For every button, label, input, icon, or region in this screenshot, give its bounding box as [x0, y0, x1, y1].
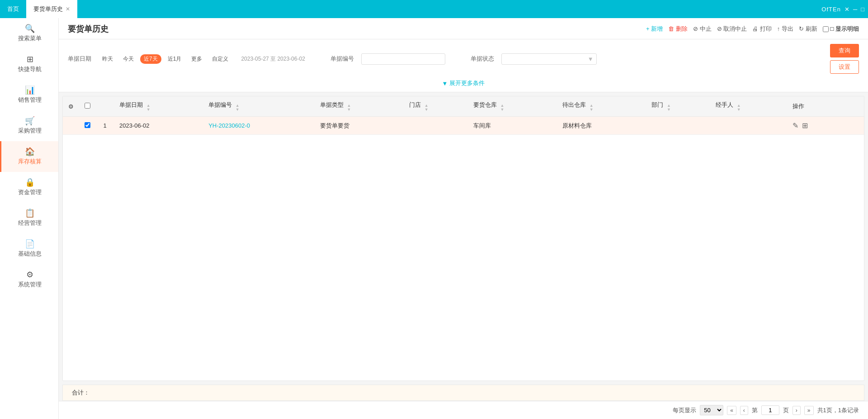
status-select-wrap: ▼ — [501, 53, 597, 65]
date-label: 单据日期 — [68, 55, 91, 63]
sort-icon-date[interactable]: ▲▼ — [146, 104, 151, 112]
grid-icon: ⊞ — [27, 55, 33, 63]
total-page-label: 页 — [783, 406, 789, 414]
th-checkbox[interactable] — [79, 96, 96, 117]
refresh-button[interactable]: ↻ 刷新 — [799, 25, 817, 33]
sidebar-item-search-menu[interactable]: 🔍 搜索菜单 — [0, 18, 58, 49]
sidebar-item-inventory[interactable]: 🏠 库存核算 — [0, 141, 58, 172]
export-button[interactable]: ↑ 导出 — [777, 25, 793, 33]
sidebar-item-system[interactable]: ⚙ 系统管理 — [0, 264, 58, 295]
summary-label: 合计： — [72, 389, 90, 396]
bill-no-input[interactable] — [361, 53, 445, 65]
table-body: 1 2023-06-02 YH-20230602-0 要货单要货 车间库 原材料… — [63, 117, 864, 135]
basic-info-icon: 📄 — [25, 240, 35, 248]
sort-icon-handler[interactable]: ▲▼ — [737, 104, 741, 112]
top-bar-tabs: 首页 要货单历史 ✕ — [0, 0, 77, 18]
date-shortcuts: 昨天 今天 近7天 近1月 更多 自定义 — [99, 54, 232, 64]
last-page-btn[interactable]: » — [804, 406, 814, 415]
window-controls: OfTEn ✕ ─ □ — [821, 6, 864, 13]
th-store-label: 门店 — [409, 101, 421, 108]
td-req-warehouse: 车间库 — [468, 117, 557, 135]
table-container: ⚙ 单据日期 ▲▼ 单据编号 ▲▼ — [62, 96, 864, 381]
sort-icon-req-warehouse[interactable]: ▲▼ — [500, 104, 505, 112]
tab-home-label: 首页 — [7, 5, 19, 13]
th-req-warehouse: 要货仓库 ▲▼ — [468, 96, 557, 117]
expand-label: 展开更多条件 — [449, 79, 485, 87]
sidebar-label-finance: 资金管理 — [18, 188, 42, 196]
td-checkbox[interactable] — [79, 117, 96, 135]
first-page-btn[interactable]: « — [727, 406, 736, 415]
date-btn-yesterday[interactable]: 昨天 — [99, 54, 117, 64]
td-handler — [710, 117, 787, 135]
select-all-checkbox[interactable] — [85, 103, 90, 109]
window-minimize-icon[interactable]: ─ — [853, 6, 857, 13]
tab-requisition-history[interactable]: 要货单历史 ✕ — [26, 0, 77, 18]
gear-icon[interactable]: ⚙ — [68, 103, 74, 110]
stop-button[interactable]: ⊘ 中止 — [693, 25, 712, 33]
date-btn-last-month[interactable]: 近1月 — [164, 54, 185, 64]
content-area: 要货单历史 + 新增 🗑 删除 ⊘ 中止 ⊘ 取消中止 🖨 打印 ↑ 导出 ↻ … — [59, 18, 868, 419]
sort-icon-bill-no[interactable]: ▲▼ — [236, 104, 240, 112]
th-req-warehouse-label: 要货仓库 — [473, 101, 497, 108]
next-page-btn[interactable]: › — [793, 406, 801, 415]
settings-button[interactable]: 设置 — [830, 60, 859, 74]
copy-icon[interactable]: ⊞ — [802, 121, 808, 130]
print-button[interactable]: 🖨 打印 — [752, 25, 772, 33]
edit-icon[interactable]: ✎ — [793, 121, 798, 130]
status-dropdown-icon[interactable]: ▼ — [585, 56, 596, 62]
td-bill-no[interactable]: YH-20230602-0 — [203, 117, 315, 135]
th-store: 门店 ▲▼ — [404, 96, 468, 117]
th-bill-no: 单据编号 ▲▼ — [203, 96, 315, 117]
th-department-label: 部门 — [651, 101, 663, 108]
td-num: 1 — [96, 117, 114, 135]
date-btn-custom[interactable]: 自定义 — [208, 54, 232, 64]
th-handler: 经手人 ▲▼ — [710, 96, 787, 117]
sidebar-item-quick-nav[interactable]: ⊞ 快捷导航 — [0, 49, 58, 80]
brand-text: OfTEn — [821, 6, 841, 13]
status-input[interactable] — [502, 54, 585, 64]
operations-icon: 📋 — [25, 209, 35, 217]
tab-close-icon[interactable]: ✕ — [66, 6, 70, 12]
sidebar-item-sales[interactable]: 📊 销售管理 — [0, 80, 58, 110]
query-button[interactable]: 查询 — [830, 44, 859, 57]
window-close-icon[interactable]: ✕ — [844, 6, 849, 13]
date-btn-last7[interactable]: 近7天 — [140, 54, 161, 64]
td-bill-type: 要货单要货 — [315, 117, 404, 135]
sort-icon-pending-warehouse[interactable]: ▲▼ — [590, 104, 594, 112]
sidebar-item-basic-info[interactable]: 📄 基础信息 — [0, 233, 58, 264]
per-page-select[interactable]: 20 50 100 — [700, 405, 723, 415]
tab-requisition-label: 要货单历史 — [33, 5, 63, 13]
top-bar: 首页 要货单历史 ✕ OfTEn ✕ ─ □ — [0, 0, 868, 18]
date-btn-more[interactable]: 更多 — [188, 54, 206, 64]
window-maximize-icon[interactable]: □ — [861, 6, 864, 13]
sidebar-item-finance[interactable]: 🔒 资金管理 — [0, 172, 58, 203]
cancel-stop-button[interactable]: ⊘ 取消中止 — [717, 25, 747, 33]
table-row: 1 2023-06-02 YH-20230602-0 要货单要货 车间库 原材料… — [63, 117, 864, 135]
sidebar-item-purchase[interactable]: 🛒 采购管理 — [0, 110, 58, 141]
sort-icon-bill-type[interactable]: ▲▼ — [347, 104, 351, 112]
finance-icon: 🔒 — [25, 178, 35, 186]
date-btn-today[interactable]: 今天 — [119, 54, 137, 64]
sidebar-label-quick-nav: 快捷导航 — [18, 65, 42, 73]
show-detail-toggle[interactable]: □ 显示明细 — [823, 25, 859, 33]
page-label: 第 — [752, 406, 758, 414]
bill-no-link[interactable]: YH-20230602-0 — [208, 122, 250, 129]
th-operation-label: 操作 — [793, 103, 804, 110]
sidebar-item-operations[interactable]: 📋 经营管理 — [0, 203, 58, 233]
show-detail-checkbox[interactable] — [823, 26, 829, 32]
tab-home[interactable]: 首页 — [0, 0, 26, 18]
td-gear — [63, 117, 79, 135]
page-header: 要货单历史 + 新增 🗑 删除 ⊘ 中止 ⊘ 取消中止 🖨 打印 ↑ 导出 ↻ … — [59, 18, 868, 39]
sort-icon-department[interactable]: ▲▼ — [667, 104, 671, 112]
delete-button[interactable]: 🗑 删除 — [668, 25, 688, 33]
expand-more-btn[interactable]: ▼ 展开更多条件 — [442, 79, 485, 87]
prev-page-btn[interactable]: ‹ — [740, 406, 748, 415]
td-date: 2023-06-02 — [114, 117, 203, 135]
row-checkbox[interactable] — [85, 122, 90, 128]
sort-icon-store[interactable]: ▲▼ — [425, 104, 429, 112]
td-department — [646, 117, 710, 135]
page-input[interactable] — [761, 405, 779, 415]
toolbar: + 新增 🗑 删除 ⊘ 中止 ⊘ 取消中止 🖨 打印 ↑ 导出 ↻ 刷新 □ 显… — [646, 25, 859, 33]
expand-chevron-icon: ▼ — [442, 80, 448, 87]
new-button[interactable]: + 新增 — [646, 25, 663, 33]
